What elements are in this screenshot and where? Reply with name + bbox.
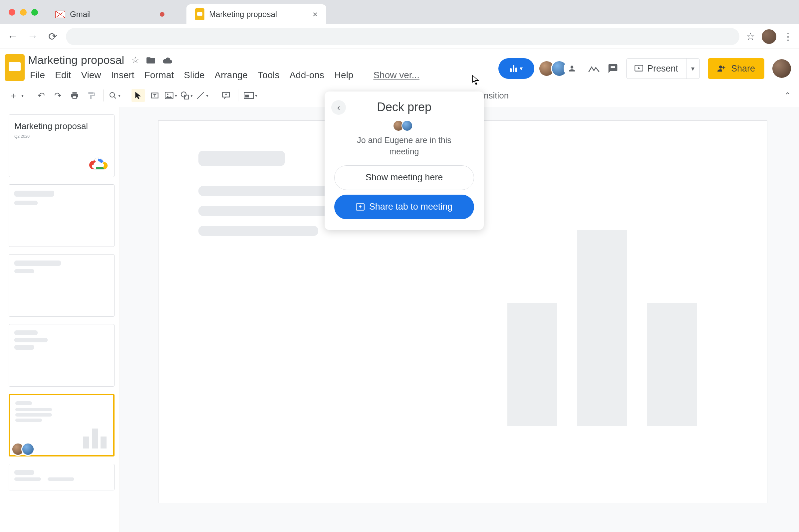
background-tool[interactable]: ▾ [244,92,257,99]
meet-popover: ‹ Deck prep Jo and Eugene are in this me… [324,92,484,230]
meeting-participants [324,120,484,131]
cloud-status-icon[interactable] [163,57,172,64]
canvas-chart-placeholder [507,230,697,426]
svg-rect-12 [245,95,249,97]
thumb-subtitle: Q2 2020 [14,134,109,139]
window-minimize-dot[interactable] [20,9,26,16]
activity-icon[interactable] [588,64,599,73]
slide-thumb-4[interactable] [9,324,114,386]
menu-arrange[interactable]: Arrange [215,70,248,80]
svg-point-1 [110,93,114,97]
svg-point-6 [181,92,186,97]
slides-app-icon[interactable] [5,54,25,81]
slide-thumb-5[interactable] [9,394,114,456]
title-block: Marketing proposal ☆ File Edit View Inse… [28,52,420,84]
shape-tool[interactable]: ▾ [181,91,193,100]
document-title[interactable]: Marketing proposal [28,54,124,66]
mouse-cursor-icon [472,75,479,85]
slide-thumbnails[interactable]: Marketing proposal Q2 2020 [0,107,120,532]
menu-file[interactable]: File [30,70,45,80]
svg-line-8 [197,92,204,99]
address-input[interactable] [66,28,739,45]
present-to-all-icon [356,203,365,211]
tab-close-icon[interactable]: × [313,9,318,20]
svg-point-5 [167,94,168,95]
browser-address-bar: ← → ⟳ ☆ ⋮ [0,24,799,49]
tab-label: Gmail [70,10,91,19]
menu-insert[interactable]: Insert [111,70,134,80]
menu-view[interactable]: View [81,70,101,80]
tab-label: Marketing proposal [209,10,277,19]
move-folder-icon[interactable] [147,57,155,64]
share-tab-to-meeting-button[interactable]: Share tab to meeting [334,195,474,219]
svg-line-2 [114,96,116,98]
browser-tabstrip: Gmail Marketing proposal × [0,0,799,24]
meeting-subtitle: Jo and Eugene are in this meeting [324,135,484,157]
show-meeting-here-button[interactable]: Show meeting here [334,165,474,190]
present-dropdown[interactable]: ▾ [686,59,700,78]
participant-avatar [402,120,413,131]
bookmark-star-icon[interactable]: ☆ [746,31,755,42]
nav-reload-button[interactable]: ⟳ [46,30,59,43]
textbox-tool[interactable] [148,89,162,102]
thumb-chart-icon [83,429,107,449]
menu-edit[interactable]: Edit [55,70,71,80]
slide-thumb-1[interactable]: Marketing proposal Q2 2020 [9,114,114,177]
present-label: Present [647,63,678,74]
menu-format[interactable]: Format [145,70,174,80]
collapse-toolbar-icon[interactable]: ⌃ [784,91,791,100]
account-avatar[interactable] [773,59,791,78]
button-label: Share tab to meeting [369,202,453,212]
button-label: Show meeting here [366,172,443,183]
chevron-down-icon: ▾ [520,65,523,72]
menu-slide[interactable]: Slide [184,70,204,80]
paint-format-button[interactable] [85,89,98,102]
redo-button[interactable]: ↷ [51,89,64,102]
undo-button[interactable]: ↶ [35,89,48,102]
collaborators[interactable] [542,60,580,77]
gmail-icon [55,11,65,18]
comments-icon[interactable] [608,63,618,74]
meeting-title: Deck prep [324,100,484,114]
print-button[interactable] [68,89,81,102]
slide-thumb-3[interactable] [9,254,114,317]
svg-rect-7 [184,95,188,99]
thumb-collab-avatars [15,442,35,456]
thumb-title: Marketing proposal [14,121,109,132]
menu-help[interactable]: Help [334,70,354,80]
nav-forward-button[interactable]: → [26,30,39,43]
slides-header: Marketing proposal ☆ File Edit View Inse… [0,49,799,84]
menu-tools[interactable]: Tools [258,70,279,80]
browser-menu-icon[interactable]: ⋮ [783,31,793,42]
slide-thumb-6[interactable] [9,464,114,490]
tab-notification-dot [160,12,165,17]
select-tool[interactable] [131,89,145,102]
meet-button[interactable]: ▾ [498,58,534,79]
profile-avatar[interactable] [762,29,776,44]
tab-slides[interactable]: Marketing proposal × [186,4,326,24]
show-version-history[interactable]: Show ver... [373,70,420,80]
nav-back-button[interactable]: ← [6,30,19,43]
audio-bars-icon [510,65,517,72]
star-icon[interactable]: ☆ [131,55,139,65]
share-button[interactable]: Share [708,58,764,79]
browser-tabs: Gmail Marketing proposal × [47,0,326,24]
image-tool[interactable]: ▾ [165,92,177,99]
slides-icon [195,8,204,20]
window-zoom-dot[interactable] [31,9,38,16]
present-group: Present ▾ [626,58,700,79]
tab-gmail[interactable]: Gmail [47,4,186,24]
line-tool[interactable]: ▾ [196,91,208,100]
menu-addons[interactable]: Add-ons [290,70,324,80]
window-close-dot[interactable] [9,9,15,16]
present-button[interactable]: Present [627,59,686,78]
zoom-button[interactable]: ▾ [109,92,120,99]
slide-thumb-2[interactable] [9,184,114,247]
comment-tool[interactable] [219,89,233,102]
menu-bar: File Edit View Insert Format Slide Arran… [28,68,420,84]
popover-back-button[interactable]: ‹ [331,100,346,115]
new-slide-button[interactable]: ＋▾ [7,89,24,102]
collaborator-anonymous-icon[interactable] [564,60,580,77]
window-controls [0,0,47,24]
google-cloud-icon [86,155,110,172]
